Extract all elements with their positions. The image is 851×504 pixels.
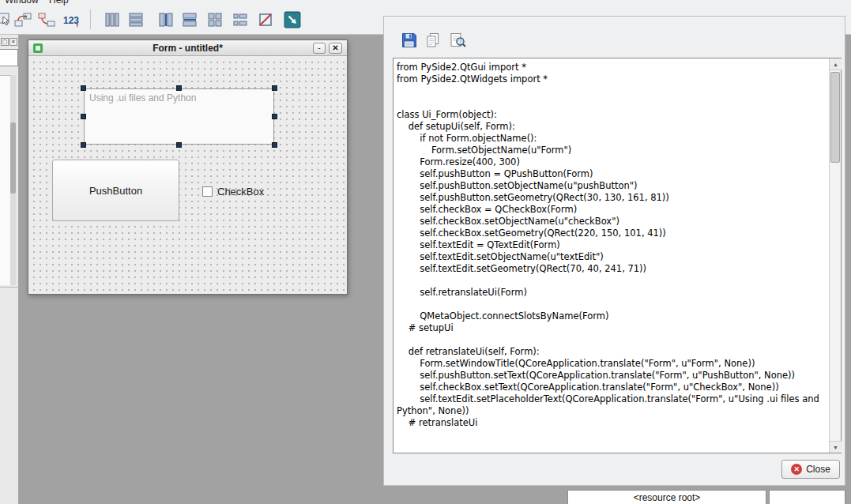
- selection-handle-top-left[interactable]: [81, 85, 86, 91]
- selection-handle-top-right[interactable]: [272, 85, 277, 91]
- layout-vertical-icon: [128, 12, 144, 28]
- selection-handle-bottom-middle[interactable]: [176, 142, 182, 148]
- form-editor-window: Form - untitled* - ✕ Using .ui files and…: [28, 39, 348, 295]
- adjust-size-button[interactable]: [281, 9, 303, 31]
- dock-scrollbar-thumb[interactable]: [10, 122, 16, 194]
- layout-splitter-vertical-icon: [182, 12, 198, 28]
- checkbox-label: CheckBox: [217, 186, 264, 197]
- close-dialog-icon: ✕: [791, 464, 802, 475]
- dock-divider: [0, 287, 19, 288]
- textedit-widget[interactable]: Using .ui files and Python: [84, 88, 274, 145]
- selection-handle-bottom-left[interactable]: [81, 142, 86, 148]
- layout-horizontal-button[interactable]: [101, 9, 123, 31]
- widget-list[interactable]: [0, 75, 10, 285]
- edit-tab-order-button[interactable]: 123 ,: [60, 9, 82, 31]
- code-scrollbar-thumb[interactable]: [830, 72, 840, 163]
- save-icon: [401, 32, 418, 49]
- close-dialog-label: Close: [806, 464, 830, 475]
- qt-designer-screen: Window Help 123: [0, 0, 851, 504]
- adjust-size-icon: [284, 11, 301, 28]
- resource-panel-fragment: [769, 490, 845, 504]
- dock-float-button[interactable]: ▢: [1, 38, 9, 46]
- layout-grid-icon: [207, 12, 223, 28]
- layout-horizontal-icon: [104, 12, 120, 28]
- pushbutton-widget[interactable]: PushButton: [52, 160, 179, 221]
- view-code-dialog: from PySide2.QtGui import * from PySide2…: [383, 16, 845, 486]
- checkbox-indicator[interactable]: [202, 186, 213, 197]
- find-icon: [449, 32, 468, 49]
- selection-handle-top-middle[interactable]: [176, 85, 182, 91]
- textedit-placeholder: Using .ui files and Python: [85, 89, 273, 107]
- resource-root-item[interactable]: <resource root>: [567, 490, 766, 504]
- code-view: from PySide2.QtGui import * from PySide2…: [393, 58, 842, 453]
- close-dialog-button[interactable]: ✕ Close: [781, 460, 840, 479]
- dock-scrollbar[interactable]: [10, 75, 16, 285]
- break-layout-icon: [258, 12, 273, 28]
- menu-help[interactable]: Help: [49, 0, 69, 6]
- layout-splitter-vertical-button[interactable]: [179, 9, 201, 31]
- scroll-up-icon[interactable]: ▲: [830, 58, 842, 70]
- layout-grid-button[interactable]: [204, 9, 226, 31]
- code-text[interactable]: from PySide2.QtGui import * from PySide2…: [397, 62, 826, 449]
- widget-filter-input[interactable]: [0, 49, 18, 66]
- edit-buddies-icon: [38, 11, 55, 28]
- selection-handle-bottom-right[interactable]: [272, 142, 277, 148]
- menubar: Window Help: [0, 0, 237, 6]
- minimize-button[interactable]: -: [313, 43, 326, 54]
- layout-form-icon: [232, 12, 248, 28]
- toolbar-separator: [90, 9, 91, 29]
- checkbox-widget[interactable]: CheckBox: [202, 175, 282, 208]
- layout-splitter-horizontal-icon: [158, 12, 174, 28]
- layout-form-button[interactable]: [229, 9, 251, 31]
- edit-tab-order-icon: 123 ,: [62, 11, 81, 28]
- close-window-button[interactable]: ✕: [329, 43, 342, 54]
- layout-splitter-horizontal-button[interactable]: [155, 9, 177, 31]
- widget-box-dock: ▢ ✕: [0, 35, 19, 504]
- scroll-down-icon[interactable]: ▼: [830, 441, 842, 453]
- copy-icon: [424, 32, 442, 49]
- edit-buddies-button[interactable]: [36, 9, 58, 31]
- form-window-titlebar[interactable]: Form - untitled* - ✕: [28, 40, 347, 56]
- form-canvas[interactable]: Using .ui files and Python PushButton Ch…: [28, 57, 347, 294]
- find-button[interactable]: [447, 29, 469, 51]
- selection-handle-middle-right[interactable]: [272, 114, 277, 119]
- edit-widgets-icon: [0, 11, 13, 28]
- form-window-title: Form - untitled*: [28, 43, 347, 54]
- svg-text:,: ,: [76, 17, 78, 28]
- selection-handle-middle-left[interactable]: [81, 114, 86, 119]
- code-scrollbar[interactable]: ▲ ▼: [829, 58, 841, 453]
- edit-signals-slots-icon: [14, 11, 32, 28]
- edit-signals-slots-button[interactable]: [12, 9, 34, 31]
- layout-vertical-button[interactable]: [125, 9, 147, 31]
- dock-close-button[interactable]: ✕: [9, 38, 17, 46]
- menu-window[interactable]: Window: [5, 0, 39, 6]
- copy-button[interactable]: [422, 29, 444, 51]
- save-button[interactable]: [398, 29, 420, 51]
- break-layout-button[interactable]: [254, 9, 277, 31]
